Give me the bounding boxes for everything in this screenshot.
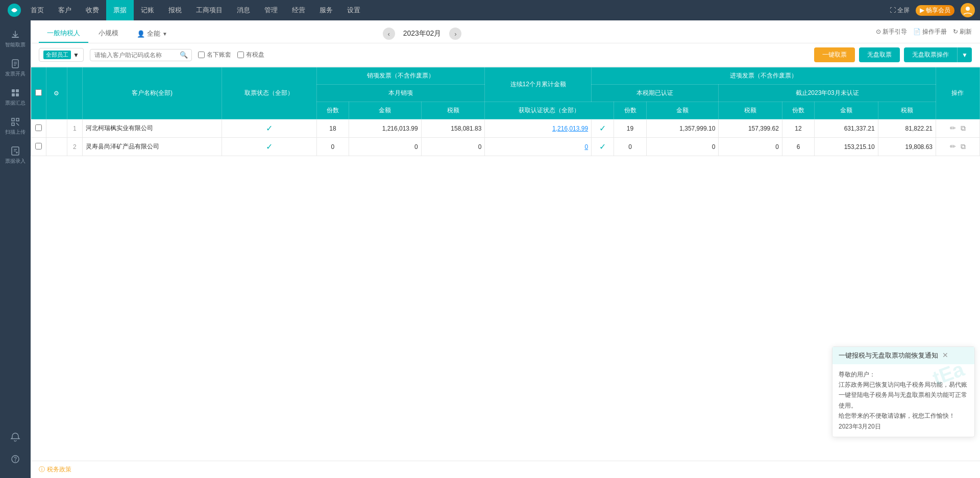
svg-rect-9 [12, 93, 15, 96]
employee-selector[interactable]: 全部员工 ▼ [39, 48, 84, 62]
row-checkbox[interactable] [35, 124, 42, 131]
dropdown-arrow-icon: ▼ [73, 52, 79, 59]
sub-account-check-input[interactable] [198, 52, 205, 58]
tab-all[interactable]: 👤 全能 ▼ [129, 24, 176, 43]
row-copy-icon[interactable]: ⧉ [961, 142, 966, 150]
nav-service[interactable]: 服务 [312, 0, 340, 20]
table-row: 2 灵寿县尚泽矿产品有限公司 ✓ 0 0 0 0 ✓ 0 0 0 6 153,2… [31, 138, 980, 156]
th-purchase-amount: 金额 [646, 102, 719, 119]
nav-right: ⛶ 全屏 ▶ 畅享会员 [890, 3, 975, 17]
fullscreen-icon: ⛶ [890, 7, 896, 14]
row-fetch-status: ✓ [222, 119, 316, 138]
nav-settings[interactable]: 设置 [340, 0, 368, 20]
row-purchase-tax: 0 [719, 138, 782, 156]
row-copy-icon[interactable]: ⧉ [961, 124, 966, 132]
th-sales-amount: 金额 [349, 102, 421, 119]
refresh-icon: ↻ [953, 28, 958, 35]
row-purchase-tax: 157,399.62 [719, 119, 782, 138]
toolbar: 全部员工 ▼ 🔍 名下账套 有税盘 一键取票 无盘取票 无盘取票操作 ▼ [31, 43, 980, 67]
tax-policy-link[interactable]: ⓘ 税务政策 [39, 465, 71, 474]
search-input[interactable] [90, 49, 192, 61]
th-sales-count: 份数 [316, 102, 349, 119]
nav-fee[interactable]: 收费 [79, 0, 106, 20]
th-verify-status: 获取认证状态（全部） [485, 102, 614, 119]
sidebar-notification-icon[interactable] [7, 429, 23, 447]
notification-title: 一键报税与无盘取票功能恢复通知 [839, 351, 938, 360]
sidebar-help-icon[interactable] [7, 451, 23, 469]
nav-message[interactable]: 消息 [230, 0, 257, 20]
guide-button[interactable]: ⊙ 新手引导 [876, 28, 907, 36]
sub-account-checkbox[interactable]: 名下账套 [198, 51, 231, 59]
nav-business[interactable]: 工商项目 [189, 0, 230, 20]
refresh-button[interactable]: ↻ 刷新 [953, 28, 972, 36]
th-current-month: 本月销项 [316, 85, 485, 102]
sidebar-item-smart-fetch[interactable]: 智能取票 [0, 24, 31, 54]
nav-items: 首页 客户 收费 票据 记账 报税 工商项目 消息 管理 经营 服务 设置 [23, 0, 890, 20]
row-until-count: 12 [782, 119, 814, 138]
svg-rect-7 [12, 89, 15, 92]
svg-point-1 [966, 7, 970, 11]
notification-close-button[interactable]: ✕ [942, 351, 948, 359]
row-checkbox-cell[interactable] [31, 119, 46, 138]
tabs-bar: 一般纳税人 小规模 👤 全能 ▼ ‹ 2023年02月 › ⊙ [31, 20, 980, 43]
nav-tax[interactable]: 报税 [161, 0, 189, 20]
row-settings-cell [46, 119, 67, 138]
nav-business2[interactable]: 经营 [285, 0, 312, 20]
sidebar-item-invoice-open[interactable]: 发票开具 [0, 54, 31, 83]
user-avatar[interactable] [961, 3, 975, 17]
tax-disk-check-input[interactable] [237, 52, 244, 58]
nav-invoice[interactable]: 票据 [106, 0, 134, 20]
no-disk-ops-button[interactable]: 无盘取票操作 [904, 47, 957, 62]
row-ops-cell: ✏ ⧉ [936, 138, 979, 156]
tabs-header: 一般纳税人 小规模 👤 全能 ▼ ‹ 2023年02月 › ⊙ [39, 24, 972, 43]
th-purchase-tax: 税额 [719, 102, 782, 119]
nav-bookkeeping[interactable]: 记账 [134, 0, 161, 20]
row-consecutive12[interactable]: 1,216,013.99 [485, 119, 592, 138]
tab-general-taxpayer[interactable]: 一般纳税人 [39, 24, 88, 43]
th-sales-tax: 税额 [421, 102, 485, 119]
fullscreen-button[interactable]: ⛶ 全屏 [890, 6, 910, 15]
row-sales-amount: 1,216,013.99 [349, 119, 421, 138]
search-icon[interactable]: 🔍 [180, 51, 188, 59]
row-until-amount: 153,215.10 [815, 138, 878, 156]
row-edit-icon[interactable]: ✏ [950, 124, 956, 132]
sidebar-item-scan[interactable]: 扫描上传 [0, 112, 31, 141]
row-edit-icon[interactable]: ✏ [950, 142, 956, 150]
sidebar-item-entry[interactable]: 票据录入 [0, 141, 31, 170]
manual-button[interactable]: 📄 操作手册 [913, 28, 947, 36]
th-until-tax: 税额 [878, 102, 936, 119]
next-period-button[interactable]: › [449, 28, 461, 40]
prev-period-button[interactable]: ‹ [383, 28, 395, 40]
select-all-checkbox[interactable] [35, 89, 42, 96]
app-logo [5, 1, 23, 19]
one-click-fetch-button[interactable]: 一键取票 [814, 47, 855, 62]
row-verify-status: ✓ [592, 119, 614, 138]
vip-button[interactable]: ▶ 畅享会员 [916, 5, 954, 16]
nav-customer[interactable]: 客户 [51, 0, 79, 20]
dropdown-icon: ▼ [162, 31, 167, 37]
row-checkbox[interactable] [35, 143, 42, 149]
row-consecutive12[interactable]: 0 [485, 138, 592, 156]
row-customer-name: 河北柯瑞枫实业有限公司 [82, 119, 222, 138]
th-sales-invoice: 销项发票（不含作废票） [316, 67, 485, 85]
guide-icon: ⊙ [876, 28, 881, 35]
nav-manage[interactable]: 管理 [257, 0, 285, 20]
settings-icon[interactable]: ⚙ [54, 90, 59, 97]
nav-home[interactable]: 首页 [23, 0, 51, 20]
tax-disk-checkbox[interactable]: 有税盘 [237, 51, 264, 59]
svg-rect-11 [12, 118, 14, 121]
tabs-right-buttons: ⊙ 新手引导 📄 操作手册 ↻ 刷新 [876, 28, 972, 40]
no-disk-fetch-button[interactable]: 无盘取票 [859, 47, 900, 62]
notification-popup: 一键报税与无盘取票功能恢复通知 ✕ tEa 尊敬的用户： 江苏政务网已恢复访问电… [832, 346, 975, 437]
tab-small-scale[interactable]: 小规模 [90, 24, 127, 43]
summary-icon [10, 88, 20, 98]
row-purchase-count: 0 [614, 138, 646, 156]
row-purchase-amount: 0 [646, 138, 719, 156]
th-until-amount: 金额 [815, 102, 878, 119]
row-checkbox-cell[interactable] [31, 138, 46, 156]
sidebar: 智能取票 发票开具 票据汇总 [0, 20, 31, 478]
row-settings-cell [46, 138, 67, 156]
no-disk-ops-dropdown-button[interactable]: ▼ [957, 47, 972, 62]
sidebar-item-summary[interactable]: 票据汇总 [0, 83, 31, 112]
row-sales-amount: 0 [349, 138, 421, 156]
